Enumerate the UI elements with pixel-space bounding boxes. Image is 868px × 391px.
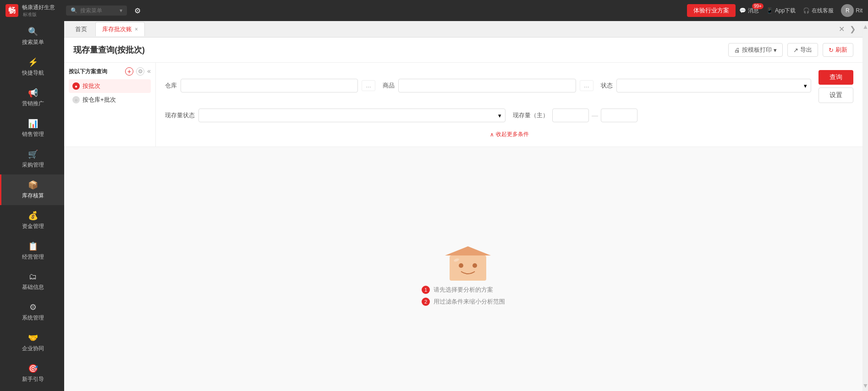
print-label: 按模板打印 [742,46,772,54]
warehouse-more-button[interactable]: … [362,80,375,91]
sidebar-item-system[interactable]: ⚙ 系统管理 [0,297,64,327]
gear-icon[interactable]: ⚙ [134,6,141,15]
tab-inventory-batch[interactable]: 库存批次账 × [95,22,145,36]
product-more-button[interactable]: … [580,80,593,91]
page-title: 现存量查询(按批次) [73,44,145,55]
headset-icon: 🎧 [803,7,810,14]
collapse-label: 收起更多条件 [496,130,529,138]
scheme-item-batch[interactable]: ● 按批次 [69,79,151,93]
print-icon: 🖨 [734,47,740,54]
app-download-label: App下载 [775,7,796,15]
warehouse-input[interactable] [181,79,358,92]
trial-button[interactable]: 体验行业方案 [687,4,736,17]
chevron-down-icon: ▾ [498,112,501,119]
chevron-down-icon: ▾ [804,82,807,89]
refresh-label: 刷新 [835,46,847,54]
scheme-collapse-button[interactable]: « [147,67,151,76]
sidebar-item-marketing[interactable]: 📢 营销推广 [0,82,64,113]
sidebar-item-inventory[interactable]: 📦 库存核算 [0,174,64,205]
sales-icon: 📊 [28,119,38,129]
product-label: 商品 [383,81,395,90]
sidebar-item-label: 营销推广 [22,100,44,108]
page-header: 现存量查询(按批次) 🖨 按模板打印 ▾ ↗ 导出 ↻ 刷新 [64,38,863,63]
operation-icon: 📋 [28,241,38,251]
message-button[interactable]: 💬 消息 99+ [739,7,759,15]
sidebar-item-operation[interactable]: 📋 经营管理 [0,236,64,266]
content-area: 首页 库存批次账 × ✕ ❯ 现存量查询(按批次) 🖨 按模板打印 ▾ ↗ 导出 [64,21,863,391]
print-button[interactable]: 🖨 按模板打印 ▾ [728,43,783,57]
online-support-label: 在线客服 [812,7,834,15]
purchase-icon: 🛒 [28,149,38,159]
sidebar-item-purchase[interactable]: 🛒 采购管理 [0,144,64,174]
empty-tip-2: 2 用过滤条件来缩小分析范围 [422,298,505,306]
user-name: Rit [856,7,863,14]
scheme-item-warehouse-batch[interactable]: ○ 按仓库+批次 [69,93,151,107]
topbar-search-area[interactable]: 🔍 ▾ [66,5,127,16]
scheme-actions: + ⚙ « [125,67,151,76]
sidebar-item-label: 新手引导 [22,375,44,383]
export-button[interactable]: ↗ 导出 [787,43,818,57]
status-select[interactable]: ▾ [616,79,811,92]
setting-button[interactable]: 设置 [819,87,853,103]
product-input[interactable] [398,79,576,92]
scheme-add-button[interactable]: + [125,67,133,76]
scrollbar-down-button[interactable]: ▼ [861,380,868,391]
sidebar-item-enterprise[interactable]: 🤝 企业协同 [0,327,64,358]
sidebar-item-label: 库存核算 [22,192,44,200]
filter-panel: 按以下方案查询 + ⚙ « ● 按批次 ○ 按仓库+批次 [64,63,863,147]
online-support-button[interactable]: 🎧 在线客服 [803,7,834,15]
filter-group-status: 状态 ▾ [601,79,811,92]
user-menu[interactable]: R Rit [841,4,863,17]
search-input[interactable] [80,7,117,14]
sidebar-item-label: 经营管理 [22,253,44,261]
scheme-item-label: 按仓库+批次 [82,96,116,104]
tab-label: 库存批次账 [102,25,132,33]
refresh-button[interactable]: ↻ 刷新 [823,43,853,57]
range-from-input[interactable] [552,109,589,122]
marketing-icon: 📢 [28,88,38,98]
inventory-icon: 📦 [28,180,38,190]
sidebar-item-label: 系统管理 [22,314,44,322]
svg-marker-1 [445,246,491,255]
tab-close-icon[interactable]: × [135,26,138,33]
sidebar-item-search[interactable]: 🔍 搜索菜单 [0,21,64,52]
message-icon: 💬 [739,7,746,14]
range-to-input[interactable] [601,109,637,122]
scheme-setting-button[interactable]: ⚙ [136,67,144,76]
topbar-right: 💬 消息 99+ 📱 App下载 🎧 在线客服 R Rit [739,4,863,17]
sidebar-item-basic[interactable]: 🗂 基础信息 [0,266,64,297]
tip-number-1: 1 [422,286,430,294]
filter-group-product: 商品 … [383,79,593,92]
sidebar-item-apps[interactable]: 📱 应用中心 [0,389,64,391]
scheme-title: 按以下方案查询 [69,68,107,76]
export-icon: ↗ [793,47,798,54]
query-button[interactable]: 查询 [819,70,853,85]
basic-icon: 🗂 [29,272,37,282]
sidebar-item-label: 资金管理 [22,223,44,230]
message-badge: 99+ [752,3,764,9]
search-icon: 🔍 [71,7,77,14]
sidebar-item-label: 销售管理 [22,130,44,138]
search-icon: 🔍 [28,27,38,37]
empty-state: 1 请先选择要分析的方案 2 用过滤条件来缩小分析范围 [64,147,863,391]
filter-row-1: 仓库 … 商品 … 状态 ▾ [165,68,853,103]
sidebar-item-label: 搜索菜单 [22,38,44,46]
sidebar-item-shortcuts[interactable]: ⚡ 快捷导航 [0,52,64,82]
refresh-icon: ↻ [829,47,834,54]
query-buttons: 查询 设置 [819,68,853,103]
collapse-more-button[interactable]: ∧ 收起更多条件 [165,128,853,141]
sidebar-item-finance[interactable]: 💰 资金管理 [0,205,64,236]
tab-home[interactable]: 首页 [69,22,93,36]
tab-bar-close-button[interactable]: ✕ [836,24,847,35]
sidebar-item-sales[interactable]: 📊 销售管理 [0,113,64,144]
app-version: 标准版 [23,11,55,18]
scrollbar-up-button[interactable]: ▲ [861,21,868,32]
inventory-status-select[interactable]: ▾ [198,109,505,122]
sidebar-item-label: 快捷导航 [22,69,44,77]
tab-bar-more-icon[interactable]: ❯ [847,24,858,35]
tip-text-2: 用过滤条件来缩小分析范围 [434,298,505,306]
app-download-button[interactable]: 📱 App下载 [766,7,796,15]
enterprise-icon: 🤝 [28,333,38,343]
right-scrollbar: ▲ ▼ [863,21,868,391]
sidebar-item-newbie[interactable]: 🎯 新手引导 [0,358,64,389]
